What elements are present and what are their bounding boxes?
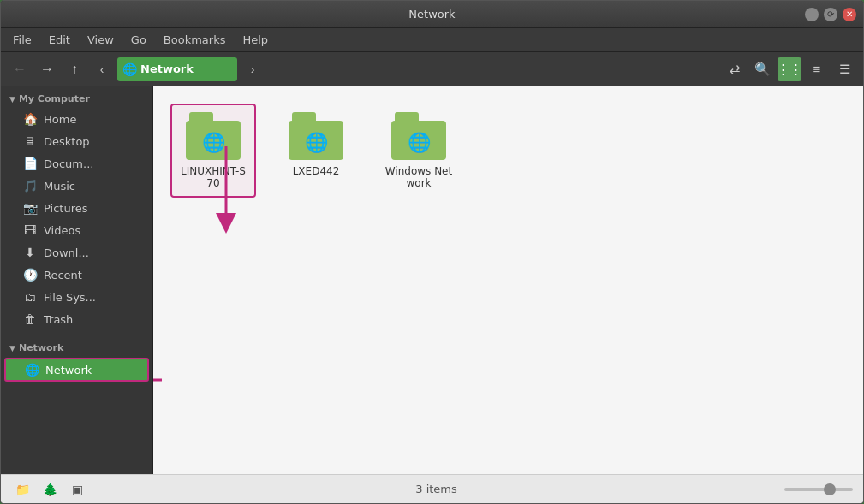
- location-text: Network: [140, 62, 194, 75]
- content-area: 🌐 LINUXHINT-S70 🌐 LXED442: [153, 86, 863, 474]
- back-button[interactable]: ←: [8, 57, 32, 81]
- menu-bookmarks[interactable]: Bookmarks: [157, 31, 233, 49]
- desktop-icon: 🖥: [23, 134, 37, 148]
- folder-icon-linuxhint: 🌐: [186, 112, 241, 160]
- toolbar: ← → ↑ ‹ 🌐 Network › ⇄ 🔍 ⋮⋮ ≡ ☰: [1, 52, 863, 86]
- sidebar-item-documents[interactable]: 📄 Docum...: [4, 153, 149, 174]
- sidebar-item-network[interactable]: 🌐 Network: [4, 358, 149, 382]
- documents-icon: 📄: [23, 157, 37, 170]
- file-label-windows-network: Windows Network: [384, 165, 453, 189]
- network-icon: 🌐: [25, 363, 39, 377]
- statusbar-left: 📁 🌲 ▣: [11, 478, 88, 501]
- toolbar-right: ⇄ 🔍 ⋮⋮ ≡ ☰: [723, 57, 856, 81]
- arrow-network-sidebar: [153, 363, 170, 397]
- minimize-button[interactable]: –: [805, 8, 819, 21]
- sidebar-item-videos-label: Videos: [44, 224, 80, 237]
- file-item-lxed442[interactable]: 🌐 LXED442: [273, 104, 359, 198]
- search-button[interactable]: 🔍: [750, 57, 774, 81]
- sidebar-item-videos[interactable]: 🎞 Videos: [4, 220, 149, 240]
- sidebar-item-downloads-label: Downl...: [44, 246, 89, 259]
- sidebar-item-network-label: Network: [45, 364, 92, 377]
- statusbar: 📁 🌲 ▣ 3 items: [1, 474, 863, 503]
- file-label-linuxhint: LINUXHINT-S70: [179, 165, 247, 189]
- sidebar-section-my-computer: ▼ My Computer: [1, 86, 152, 108]
- sidebar-item-recent[interactable]: 🕐 Recent: [4, 264, 149, 285]
- recent-icon: 🕐: [23, 268, 37, 282]
- sidebar-item-pictures-label: Pictures: [44, 202, 87, 215]
- grid-view-button[interactable]: ⋮⋮: [778, 57, 801, 81]
- folder-icon-windows-network: 🌐: [391, 112, 446, 160]
- filesystem-icon: 🗂: [23, 290, 37, 304]
- maximize-button[interactable]: ⟳: [824, 8, 837, 21]
- up-button[interactable]: ↑: [63, 57, 86, 81]
- location-bar[interactable]: 🌐 Network: [117, 57, 237, 81]
- sidebar-item-desktop-label: Desktop: [44, 135, 90, 148]
- file-item-windows-network[interactable]: 🌐 Windows Network: [376, 104, 462, 198]
- location-icon: 🌐: [122, 62, 137, 76]
- window-controls: – ⟳ ✕: [805, 8, 856, 21]
- sidebar-item-pictures[interactable]: 📷 Pictures: [4, 198, 149, 218]
- titlebar: Network – ⟳ ✕: [1, 1, 863, 28]
- sidebar-item-documents-label: Docum...: [44, 157, 93, 170]
- file-item-linuxhint[interactable]: 🌐 LINUXHINT-S70: [170, 104, 256, 198]
- downloads-icon: ⬇: [23, 246, 37, 259]
- toggle-button[interactable]: ⇄: [723, 57, 747, 81]
- zoom-slider[interactable]: [784, 488, 853, 491]
- menu-edit[interactable]: Edit: [42, 31, 77, 49]
- statusbar-tree-button[interactable]: 🌲: [39, 478, 61, 501]
- sidebar-item-filesystem-label: File Sys...: [44, 291, 96, 304]
- pictures-icon: 📷: [23, 201, 37, 215]
- sidebar: ▼ My Computer 🏠 Home 🖥 Desktop 📄 Docum..…: [1, 86, 153, 474]
- menu-help[interactable]: Help: [235, 31, 275, 49]
- folder-icon-lxed442: 🌐: [289, 112, 343, 160]
- file-grid: 🌐 LINUXHINT-S70 🌐 LXED442: [153, 86, 863, 474]
- sidebar-item-downloads[interactable]: ⬇ Downl...: [4, 242, 149, 263]
- main-area: ▼ My Computer 🏠 Home 🖥 Desktop 📄 Docum..…: [1, 86, 863, 474]
- sidebar-item-home[interactable]: 🏠 Home: [4, 109, 149, 129]
- sidebar-item-music-label: Music: [44, 180, 75, 193]
- statusbar-items-count: 3 items: [415, 483, 457, 495]
- trash-icon: 🗑: [23, 312, 37, 326]
- music-icon: 🎵: [23, 179, 37, 193]
- main-window: Network – ⟳ ✕ File Edit View Go Bookmark…: [0, 0, 864, 504]
- statusbar-places-button[interactable]: 📁: [11, 478, 33, 501]
- network-folder-icon-3: 🌐: [408, 132, 431, 153]
- nav-left-button[interactable]: ‹: [90, 57, 114, 81]
- network-folder-icon-2: 🌐: [305, 132, 328, 153]
- menu-view[interactable]: View: [80, 31, 121, 49]
- sidebar-item-trash-label: Trash: [44, 313, 73, 326]
- list-view-button[interactable]: ≡: [805, 57, 829, 81]
- details-view-button[interactable]: ☰: [832, 57, 856, 81]
- statusbar-right: [784, 488, 853, 491]
- statusbar-terminal-button[interactable]: ▣: [66, 478, 88, 501]
- sidebar-item-home-label: Home: [44, 113, 76, 126]
- window-title: Network: [408, 8, 455, 21]
- videos-icon: 🎞: [23, 223, 37, 237]
- home-icon: 🏠: [23, 112, 37, 126]
- network-folder-icon: 🌐: [202, 132, 225, 153]
- menu-go[interactable]: Go: [124, 31, 153, 49]
- sidebar-item-recent-label: Recent: [44, 269, 82, 282]
- sidebar-item-music[interactable]: 🎵 Music: [4, 175, 149, 196]
- sidebar-item-trash[interactable]: 🗑 Trash: [4, 309, 149, 329]
- close-button[interactable]: ✕: [843, 8, 856, 21]
- nav-right-button[interactable]: ›: [241, 57, 265, 81]
- file-label-lxed442: LXED442: [293, 165, 340, 177]
- menu-file[interactable]: File: [6, 31, 39, 49]
- sidebar-section-network: ▼ Network: [1, 335, 152, 357]
- sidebar-item-filesystem[interactable]: 🗂 File Sys...: [4, 287, 149, 307]
- forward-button[interactable]: →: [35, 57, 59, 81]
- menubar: File Edit View Go Bookmarks Help: [1, 28, 863, 52]
- sidebar-item-desktop[interactable]: 🖥 Desktop: [4, 131, 149, 151]
